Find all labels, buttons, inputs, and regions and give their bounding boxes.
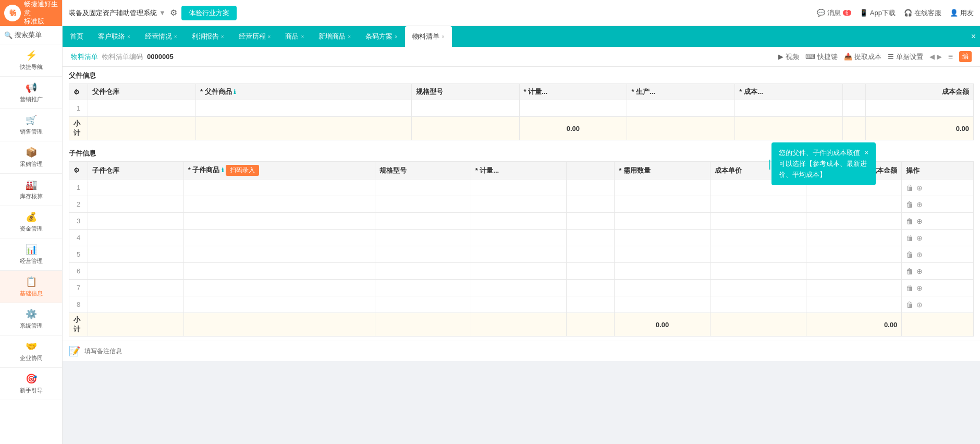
child-row-7-warehouse[interactable] — [88, 280, 184, 296]
child-row-7-product[interactable] — [183, 280, 375, 296]
sidebar-item-enterprise[interactable]: 🤝 企业协同 — [0, 335, 62, 368]
single-settings-button[interactable]: ☰ 单据设置 — [888, 52, 923, 62]
delete-icon-2[interactable]: 🗑 — [906, 200, 913, 209]
child-row-6-unit[interactable] — [471, 263, 567, 280]
shortcut-button[interactable]: ⌨ 快捷键 — [805, 52, 838, 62]
tab-close-goods[interactable]: × — [301, 34, 304, 40]
parent-row-1-spec[interactable] — [411, 100, 519, 117]
system-selector[interactable]: 装备及固定资产辅助管理系统 ▼ — [69, 8, 166, 18]
copy-icon-3[interactable]: ⊕ — [916, 217, 923, 225]
child-row-7-spec[interactable] — [375, 280, 471, 296]
child-row-5-spec[interactable] — [375, 246, 471, 263]
copy-icon-5[interactable]: ⊕ — [916, 250, 923, 259]
child-row-8-product[interactable] — [183, 296, 375, 313]
child-row-2-warehouse[interactable] — [88, 196, 184, 213]
sidebar-item-quick-nav[interactable]: ⚡ 快捷导航 — [0, 44, 62, 77]
parent-col-settings[interactable]: ⚙ — [69, 84, 88, 100]
child-row-6-warehouse[interactable] — [88, 263, 184, 280]
next-arrow[interactable]: ▶ — [937, 53, 942, 61]
child-product-info-icon[interactable]: ℹ — [222, 167, 224, 173]
note-input[interactable] — [84, 347, 974, 355]
tab-close-bom[interactable]: × — [442, 34, 445, 40]
child-row-2-spec[interactable] — [375, 196, 471, 213]
product-info-icon[interactable]: ℹ — [234, 89, 236, 95]
parent-row-1-cost[interactable] — [735, 100, 843, 117]
tooltip-close-button[interactable]: × — [864, 148, 868, 159]
delete-icon-8[interactable]: 🗑 — [906, 301, 913, 309]
prev-arrow[interactable]: ◀ — [929, 53, 935, 61]
child-row-4-unit[interactable] — [471, 230, 567, 246]
parent-row-1-prod[interactable] — [627, 100, 735, 117]
child-row-3-spec[interactable] — [375, 213, 471, 230]
child-row-3-price[interactable] — [710, 213, 806, 230]
child-row-2-unit[interactable] — [471, 196, 567, 213]
tab-barcode[interactable]: 条码方案 × — [358, 26, 405, 47]
child-row-5-unit[interactable] — [471, 246, 567, 263]
copy-icon-4[interactable]: ⊕ — [916, 234, 923, 242]
copy-icon-8[interactable]: ⊕ — [916, 301, 923, 309]
sidebar-item-sales[interactable]: 🛒 销售管理 — [0, 109, 62, 141]
delete-icon-6[interactable]: 🗑 — [906, 267, 913, 275]
delete-icon-3[interactable]: 🗑 — [906, 217, 913, 225]
online-service-button[interactable]: 🎧 在线客服 — [904, 8, 941, 18]
gear-icon[interactable]: ⚙ — [170, 8, 177, 18]
child-row-5-warehouse[interactable] — [88, 246, 184, 263]
layout-icon[interactable]: ≡ — [948, 52, 953, 62]
child-row-6-spec[interactable] — [375, 263, 471, 280]
child-row-5-product[interactable] — [183, 246, 375, 263]
parent-row-1-warehouse[interactable] — [88, 100, 196, 117]
child-row-3-unit[interactable] — [471, 213, 567, 230]
copy-icon-6[interactable]: ⊕ — [916, 267, 923, 275]
tab-close-profit[interactable]: × — [221, 34, 224, 40]
sidebar-item-purchase[interactable]: 📦 采购管理 — [0, 141, 62, 174]
view-video-button[interactable]: ▶ 视频 — [778, 52, 799, 62]
tab-ops-history[interactable]: 经营历程 × — [231, 26, 278, 47]
child-row-6-product[interactable] — [183, 263, 375, 280]
user-avatar[interactable]: 👤 用友 — [950, 8, 974, 18]
sidebar-item-inventory[interactable]: 🏭 库存核算 — [0, 174, 62, 206]
sidebar-item-basic-info[interactable]: 📋 基础信息 — [0, 271, 62, 303]
tab-close-ops-history[interactable]: × — [268, 34, 271, 40]
child-row-1-warehouse[interactable] — [88, 179, 184, 196]
extract-cost-button[interactable]: 📥 提取成本 — [844, 52, 881, 62]
message-button[interactable]: 💬 消息 6 — [817, 8, 851, 18]
tab-goods[interactable]: 商品 × — [278, 26, 311, 47]
sidebar-item-newbie[interactable]: 🎯 新手引导 — [0, 368, 62, 400]
tab-new-goods[interactable]: 新增商品 × — [311, 26, 358, 47]
delete-icon-7[interactable]: 🗑 — [906, 284, 913, 292]
child-row-3-qty[interactable] — [615, 213, 710, 230]
child-row-7-qty[interactable] — [615, 280, 710, 296]
copy-icon-1[interactable]: ⊕ — [916, 184, 923, 192]
child-row-4-qty[interactable] — [615, 230, 710, 246]
child-row-8-warehouse[interactable] — [88, 296, 184, 313]
breadcrumb-parent[interactable]: 物料清单 — [71, 52, 98, 62]
child-row-2-price[interactable] — [710, 196, 806, 213]
tab-customers[interactable]: 客户联络 × — [91, 26, 138, 47]
child-row-8-price[interactable] — [710, 296, 806, 313]
sidebar-item-operations[interactable]: 📊 经营管理 — [0, 238, 62, 271]
child-row-1-qty[interactable] — [615, 179, 710, 196]
child-col-settings[interactable]: ⚙ — [69, 162, 88, 179]
sidebar-item-finance[interactable]: 💰 资金管理 — [0, 206, 62, 238]
tab-close-customers[interactable]: × — [127, 34, 130, 40]
sidebar-item-marketing[interactable]: 📢 营销推广 — [0, 77, 62, 109]
child-row-2-qty[interactable] — [615, 196, 710, 213]
child-row-8-qty[interactable] — [615, 296, 710, 313]
child-row-6-price[interactable] — [710, 263, 806, 280]
child-row-3-product[interactable] — [183, 213, 375, 230]
sidebar-item-system[interactable]: ⚙️ 系统管理 — [0, 303, 62, 335]
copy-icon-7[interactable]: ⊕ — [916, 284, 923, 292]
child-row-8-spec[interactable] — [375, 296, 471, 313]
copy-icon-2[interactable]: ⊕ — [916, 200, 923, 209]
child-row-6-qty[interactable] — [615, 263, 710, 280]
child-row-7-unit[interactable] — [471, 280, 567, 296]
child-row-3-warehouse[interactable] — [88, 213, 184, 230]
tab-operations[interactable]: 经营情况 × — [138, 26, 185, 47]
child-row-5-qty[interactable] — [615, 246, 710, 263]
tab-close-barcode[interactable]: × — [395, 34, 398, 40]
child-row-1-product[interactable] — [183, 179, 375, 196]
child-row-4-spec[interactable] — [375, 230, 471, 246]
delete-icon-1[interactable]: 🗑 — [906, 184, 913, 192]
child-row-7-price[interactable] — [710, 280, 806, 296]
child-row-1-unit[interactable] — [471, 179, 567, 196]
